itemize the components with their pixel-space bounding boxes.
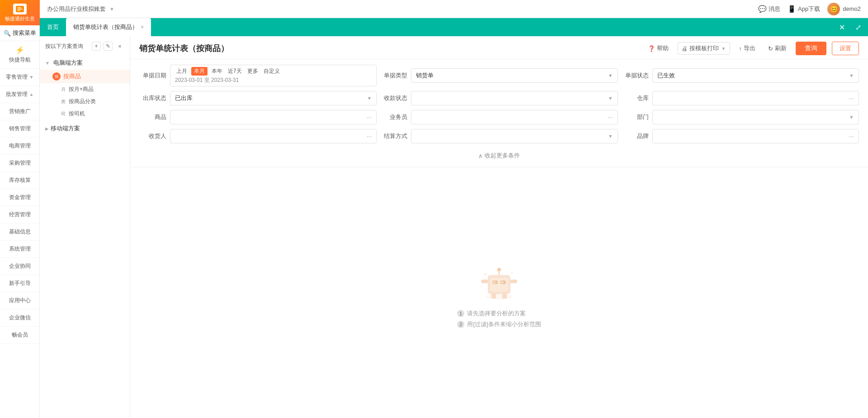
date-tab-custom[interactable]: 自定义 bbox=[262, 67, 281, 76]
warehouse-value: 已出库 bbox=[175, 94, 365, 102]
staff-dots-icon[interactable]: ··· bbox=[608, 114, 613, 121]
export-button[interactable]: ↑ 导出 bbox=[736, 43, 760, 54]
refresh-icon: ↻ bbox=[768, 45, 773, 52]
sidebar-item-basic[interactable]: 基础信息 bbox=[0, 223, 39, 241]
empty-state: ✦ ✦ 1 请先选择要分析的方案 2 用[过滤]条件来缩小分析范围 bbox=[130, 167, 868, 418]
empty-illustration: ✦ ✦ bbox=[476, 257, 522, 302]
tree-sub-by-month-goods[interactable]: 月 按月+商品 bbox=[40, 83, 130, 95]
sidebar-item-inventory[interactable]: 库存核算 bbox=[0, 172, 39, 189]
payment-field[interactable]: ▼ bbox=[411, 91, 618, 105]
sidebar-search[interactable]: 🔍 按以下方案查询 搜索菜单 bbox=[0, 25, 39, 41]
workspace-dropdown-icon[interactable]: ▼ bbox=[109, 6, 114, 12]
sidebar-item-app-center[interactable]: 应用中心 bbox=[0, 292, 39, 309]
tree-parent-pc[interactable]: ▼ 电脑端方案 bbox=[40, 56, 130, 70]
username-label: demo2 bbox=[843, 5, 861, 12]
brand-dots-icon[interactable]: ··· bbox=[849, 133, 854, 140]
sidebar-item-retail[interactable]: 零售管理 ▼ bbox=[0, 69, 39, 86]
settings-button[interactable]: 设置 bbox=[832, 42, 859, 55]
tab-bar: 首页 销货单统计表（按商品） × ✕ ⤢ bbox=[40, 18, 868, 36]
date-range-value: 2023-03-01 至 2023-03-31 bbox=[175, 76, 372, 84]
sidebar-item-vip[interactable]: 畅会员 bbox=[0, 327, 39, 344]
user-info[interactable]: 😊 demo2 bbox=[827, 3, 861, 15]
tree-sub-by-category[interactable]: 类 按商品分类 bbox=[40, 95, 130, 108]
warehouse-field[interactable]: 已出库 ▼ bbox=[170, 91, 377, 105]
sidebar-item-marketing[interactable]: 营销推广 bbox=[0, 103, 39, 120]
tab-close-icon[interactable]: × bbox=[141, 24, 144, 30]
tree-sub-by-driver[interactable]: 司 按司机 bbox=[40, 108, 130, 120]
tab-home[interactable]: 首页 bbox=[40, 18, 66, 36]
goods-dots-icon[interactable]: ··· bbox=[367, 114, 372, 121]
filter-item-goods: 商品 ··· bbox=[139, 110, 377, 124]
sidebar-item-sales[interactable]: 销售管理 bbox=[0, 120, 39, 138]
tab-sales-stats[interactable]: 销货单统计表（按商品） × bbox=[66, 18, 151, 36]
logo-icon bbox=[13, 4, 27, 14]
staff-label: 业务员 bbox=[380, 113, 407, 121]
edit-scheme-button[interactable]: ✎ bbox=[104, 42, 113, 51]
filter-area: 单据日期 上月 本月 本年 近7天 更多 自定义 2023-03-01 至 20… bbox=[130, 59, 868, 167]
window-close-button[interactable]: ✕ bbox=[835, 21, 848, 33]
top-header: 办公用品行业模拟账套 ▼ 💬 消息 📱 App下载 😊 demo2 bbox=[40, 0, 868, 18]
date-field[interactable]: 上月 本月 本年 近7天 更多 自定义 2023-03-01 至 2023-03… bbox=[170, 65, 377, 86]
sidebar-logo[interactable]: 畅捷通好生意 bbox=[0, 0, 40, 25]
add-scheme-button[interactable]: + bbox=[92, 42, 101, 51]
brand-field[interactable]: ··· bbox=[652, 129, 859, 143]
goods-label: 商品 bbox=[139, 113, 166, 121]
message-icon: 💬 bbox=[758, 5, 767, 13]
sidebar-item-system[interactable]: 系统管理 bbox=[0, 241, 39, 258]
sidebar-item-new-guide[interactable]: 新手引导 bbox=[0, 275, 39, 292]
query-button[interactable]: 查询 bbox=[796, 42, 826, 55]
goods-field[interactable]: ··· bbox=[170, 110, 377, 124]
help-icon: ❓ bbox=[648, 45, 655, 52]
sidebar-item-company[interactable]: 企业协同 bbox=[0, 258, 39, 275]
window-maximize-button[interactable]: ⤢ bbox=[852, 21, 864, 33]
sidebar-item-enterprise-wechat[interactable]: 企业微信 bbox=[0, 309, 39, 327]
svg-rect-13 bbox=[502, 293, 507, 299]
collapse-panel-button[interactable]: « bbox=[115, 42, 124, 51]
avatar: 😊 bbox=[827, 3, 840, 15]
sidebar-item-ecommerce[interactable]: 电商管理 bbox=[0, 138, 39, 155]
sidebar-item-wholesale[interactable]: 批发管理 ▲ bbox=[0, 86, 39, 103]
right-panel: 销货单统计表（按商品） ❓ 帮助 🖨 按模板打印 ▼ ↑ 导出 bbox=[130, 36, 868, 418]
sidebar-item-quick-nav[interactable]: ⚡ 快捷导航 bbox=[0, 41, 39, 69]
phone-icon: 📱 bbox=[788, 5, 796, 13]
receiver-field[interactable]: ··· bbox=[170, 129, 377, 143]
left-panel-header: 按以下方案查询 + ✎ « bbox=[40, 42, 130, 54]
depot-dots-icon[interactable]: ··· bbox=[849, 95, 854, 102]
tip-text-1: 请先选择要分析的方案 bbox=[467, 309, 526, 318]
date-tab-this-month[interactable]: 本月 bbox=[191, 67, 208, 76]
warehouse-dropdown-icon: ▼ bbox=[367, 95, 372, 101]
page-header: 销货单统计表（按商品） ❓ 帮助 🖨 按模板打印 ▼ ↑ 导出 bbox=[130, 36, 868, 59]
status-field[interactable]: 已生效 ▼ bbox=[652, 68, 859, 83]
date-tab-this-year[interactable]: 本年 bbox=[210, 67, 224, 76]
date-tab-more[interactable]: 更多 bbox=[246, 67, 259, 76]
settle-field[interactable]: ▼ bbox=[411, 129, 618, 143]
settle-dropdown-icon: ▼ bbox=[608, 133, 613, 139]
main-area: 办公用品行业模拟账套 ▼ 💬 消息 📱 App下载 😊 demo2 首页 bbox=[40, 0, 868, 418]
brand-label: 品牌 bbox=[622, 132, 649, 140]
staff-field[interactable]: ··· bbox=[411, 110, 618, 124]
app-download-button[interactable]: 📱 App下载 bbox=[788, 5, 820, 13]
filter-item-warehouse-status: 出库状态 已出库 ▼ bbox=[139, 91, 377, 105]
date-tab-last-month[interactable]: 上月 bbox=[175, 67, 189, 76]
svg-rect-11 bbox=[510, 280, 517, 283]
collapse-more-button[interactable]: ∧ ∧ 收起更多条件 收起更多条件 bbox=[139, 148, 859, 162]
date-tab-7days[interactable]: 近7天 bbox=[226, 67, 243, 76]
sidebar-item-operations[interactable]: 经营管理 bbox=[0, 206, 39, 223]
sidebar-item-purchase[interactable]: 采购管理 bbox=[0, 155, 39, 172]
tree-section-mobile[interactable]: ▶ 移动端方案 bbox=[40, 122, 130, 135]
type-field[interactable]: 销货单 ▼ bbox=[411, 68, 618, 83]
receiver-dots-icon[interactable]: ··· bbox=[367, 133, 372, 140]
dept-field[interactable]: ▼ bbox=[652, 110, 859, 124]
scheme-icon-goods: 按 bbox=[52, 72, 61, 81]
workspace-label[interactable]: 办公用品行业模拟账套 bbox=[47, 5, 106, 13]
page-title: 销货单统计表（按商品） bbox=[139, 43, 229, 54]
sidebar-item-finance[interactable]: 资金管理 bbox=[0, 189, 39, 206]
depot-label: 仓库 bbox=[622, 94, 649, 102]
chevron-icon: ▼ bbox=[29, 75, 34, 80]
help-button[interactable]: ❓ 帮助 bbox=[644, 43, 672, 54]
depot-field[interactable]: ··· bbox=[652, 91, 859, 105]
print-button[interactable]: 🖨 按模板打印 ▼ bbox=[678, 42, 730, 55]
refresh-button[interactable]: ↻ 刷新 bbox=[764, 43, 790, 54]
tree-child-by-goods[interactable]: 按 按商品 bbox=[40, 70, 130, 83]
messages-button[interactable]: 💬 消息 bbox=[758, 5, 780, 13]
